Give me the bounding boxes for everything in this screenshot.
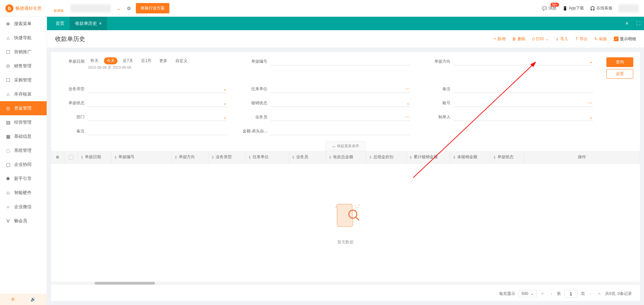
- amount-input[interactable]: [271, 127, 410, 135]
- sort-icon: ▲▼: [248, 155, 251, 159]
- clerk-input[interactable]: ⋯: [271, 113, 410, 121]
- th-biztype[interactable]: ▲▼业务类型: [209, 151, 246, 163]
- th-total[interactable]: ▲▼收款总金额: [326, 151, 366, 163]
- refresh-button[interactable]: ↻刷新: [594, 36, 607, 42]
- show-detail-checkbox[interactable]: ✓显示明细: [614, 36, 636, 42]
- sidebar-item-guide[interactable]: ✱新手引导: [0, 172, 47, 186]
- filter-label-biztype: 业务类型: [58, 85, 85, 92]
- gear-icon[interactable]: ⚙: [127, 6, 131, 11]
- date-quick-custom[interactable]: 自定义: [173, 57, 190, 64]
- th-action: 操作: [524, 151, 640, 163]
- new-button[interactable]: +新增: [494, 36, 505, 42]
- date-quick-more[interactable]: 更多: [157, 57, 170, 64]
- docno-input[interactable]: [271, 57, 410, 65]
- sidebar-bottom: ⚙ 🔊: [0, 294, 47, 305]
- sidebar-item-operations[interactable]: ▤经营管理: [0, 115, 47, 129]
- creator-select[interactable]: ⌄: [454, 113, 593, 121]
- trash-icon: 🗑: [512, 37, 516, 41]
- th-date[interactable]: ▲▼单据日期: [78, 151, 111, 163]
- tab-home[interactable]: 首页: [50, 17, 70, 30]
- sidebar-item-marketing[interactable]: ☐营销推广: [0, 45, 47, 59]
- next-page-button[interactable]: ›: [588, 291, 592, 296]
- sidebar-item-sales[interactable]: ⊙销售管理: [0, 59, 47, 73]
- experience-button[interactable]: 体验行业方案: [136, 3, 169, 13]
- action-label: 导入: [560, 36, 568, 42]
- svg-point-5: [359, 204, 360, 205]
- th-partner[interactable]: ▲▼往来单位: [246, 151, 289, 163]
- checkbox-icon: [69, 155, 73, 160]
- fullscreen-button[interactable]: ⛶: [633, 17, 644, 30]
- first-page-button[interactable]: ⇤: [540, 291, 546, 296]
- close-tab-button[interactable]: ✕: [621, 17, 633, 30]
- per-page-select[interactable]: 500 ⌄: [519, 290, 537, 297]
- sidebar-item-basic[interactable]: ▦基础信息: [0, 129, 47, 143]
- page-input[interactable]: [564, 290, 578, 298]
- date-quick-7d[interactable]: 近7天: [120, 57, 136, 64]
- account-input[interactable]: ⋯: [454, 99, 593, 107]
- th-verified[interactable]: ▲▼累计核销金额: [407, 151, 450, 163]
- collapse-filters-button[interactable]: ︽ 收起更多条件: [325, 141, 366, 151]
- tab-label: 首页: [56, 20, 64, 26]
- date-quick-today[interactable]: 今天: [104, 57, 117, 64]
- sort-icon: ▲▼: [292, 155, 295, 159]
- th-label: 单据日期: [85, 154, 101, 160]
- sidebar-item-finance[interactable]: ◎资金管理: [0, 101, 47, 115]
- user-avatar-blurred[interactable]: [619, 4, 639, 12]
- close-icon[interactable]: ×: [99, 21, 102, 26]
- settings-icon[interactable]: ⚙: [11, 297, 15, 302]
- scrollbar-thumb[interactable]: [95, 282, 155, 285]
- app-download-button[interactable]: 📱 App下载: [562, 5, 584, 11]
- empty-state-icon: [329, 199, 362, 233]
- sidebar-item-label: 销售管理: [14, 63, 32, 69]
- settings-button[interactable]: 设置: [606, 69, 633, 79]
- date-quick-yesterday[interactable]: 昨天: [88, 57, 101, 64]
- th-clerk[interactable]: ▲▼业务员: [289, 151, 326, 163]
- th-docno[interactable]: ▲▼单据编号: [111, 151, 172, 163]
- horizontal-scrollbar[interactable]: [51, 282, 640, 285]
- chevron-down-icon[interactable]: ⌄: [117, 6, 121, 11]
- partner-input[interactable]: ⋯: [271, 85, 410, 93]
- sidebar-item-wechat[interactable]: ○企业微信: [0, 200, 47, 214]
- remark-hdr-input[interactable]: [454, 85, 593, 93]
- online-service-button[interactable]: 🎧 在线客服: [590, 5, 612, 11]
- sidebar-item-search[interactable]: ⊕搜索菜单: [0, 17, 47, 31]
- pagination: 每页显示 500 ⌄ ⇤ ‹ 第 页 › ⇥ 共0页, 0条记录: [51, 286, 640, 301]
- sidebar-item-hardware[interactable]: ☺智能硬件: [0, 186, 47, 200]
- biztype-select[interactable]: ⌄: [88, 85, 227, 93]
- dept-select[interactable]: ⌄: [88, 113, 227, 121]
- th-direction[interactable]: ▲▼单据方向: [172, 151, 209, 163]
- sidebar-item-quicknav[interactable]: ⌂快捷导航: [0, 31, 47, 45]
- messages-button[interactable]: 💬 消息 99+: [542, 5, 556, 11]
- import-button[interactable]: ⤓导入: [555, 36, 568, 42]
- export-button[interactable]: ⤒导出: [575, 36, 588, 42]
- action-label: 新增: [497, 36, 505, 42]
- status-select[interactable]: ⌄: [88, 99, 227, 107]
- th-label: 未核销金额: [457, 154, 477, 160]
- remark-input[interactable]: [88, 127, 227, 135]
- select-all-checkbox[interactable]: [64, 151, 78, 163]
- sidebar-item-inventory[interactable]: ⌂库存核算: [0, 87, 47, 101]
- sidebar-item-enterprise[interactable]: ▢企业协同: [0, 158, 47, 172]
- sort-icon: ▲▼: [329, 155, 332, 159]
- sidebar-item-system[interactable]: ◌系统管理: [0, 143, 47, 158]
- per-page-value: 500: [522, 291, 528, 296]
- tab-receipt-history[interactable]: 收款单历史 ×: [70, 17, 107, 30]
- th-label: 操作: [578, 154, 586, 160]
- sidebar-item-member[interactable]: V畅会员: [0, 214, 47, 228]
- prev-page-button[interactable]: ‹: [549, 291, 553, 296]
- sound-icon[interactable]: 🔊: [31, 297, 36, 302]
- th-status[interactable]: ▲▼单据状态: [490, 151, 524, 163]
- sidebar-item-purchase[interactable]: ☐采购管理: [0, 73, 47, 87]
- delete-button[interactable]: 🗑删除: [512, 36, 526, 42]
- verify-select[interactable]: ⌄: [271, 99, 410, 107]
- query-button[interactable]: 查询: [606, 57, 633, 67]
- last-page-button[interactable]: ⇥: [596, 291, 602, 296]
- sidebar-item-label: 资金管理: [14, 105, 32, 111]
- th-discount[interactable]: ▲▼总现金折扣: [366, 151, 407, 163]
- date-quick-1m[interactable]: 近1月: [139, 57, 154, 64]
- direction-select[interactable]: ⌄: [454, 57, 593, 65]
- table-settings-button[interactable]: ⚙: [51, 151, 64, 163]
- print-button[interactable]: ⎙打印⌄: [532, 36, 549, 42]
- th-unverified[interactable]: ▲▼未核销金额: [450, 151, 490, 163]
- table-header: ⚙ ▲▼单据日期 ▲▼单据编号 ▲▼单据方向 ▲▼业务类型 ▲▼往来单位 ▲▼业…: [51, 151, 640, 164]
